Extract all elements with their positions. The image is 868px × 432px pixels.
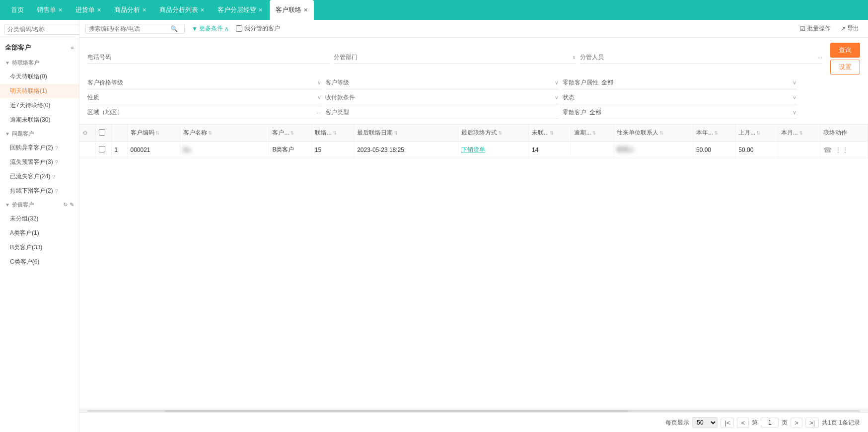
- dept-field[interactable]: 分管部门 ∨: [334, 53, 576, 64]
- region-field[interactable]: 区域（地区） ···: [87, 108, 321, 119]
- sort-type: ⇅: [290, 130, 294, 136]
- nav-contact-close[interactable]: ✕: [303, 7, 308, 13]
- my-customers-checkbox[interactable]: 我分管的客户: [236, 24, 280, 33]
- th-this-month: 本月...⇅: [778, 125, 820, 142]
- customer-level-field[interactable]: 客户等级 ∨: [325, 78, 559, 89]
- horizontal-scrollbar[interactable]: [79, 409, 868, 413]
- search-input[interactable]: [89, 25, 168, 32]
- nav-sales[interactable]: 销售单 ✕: [31, 0, 69, 20]
- select-all-checkbox[interactable]: [99, 129, 105, 136]
- sidebar-item-overdue[interactable]: 逾期未联络(30): [0, 113, 79, 127]
- sidebar-item-today[interactable]: 今天待联络(0): [0, 70, 79, 84]
- sidebar-item-a-class[interactable]: A类客户(1): [0, 226, 79, 240]
- nav-product-list-close[interactable]: ✕: [200, 7, 205, 13]
- export-btn[interactable]: ↗ 导出: [838, 23, 862, 34]
- sidebar-item-churn-warn[interactable]: 流失预警客户(3) ?: [0, 155, 79, 169]
- contact-action-icon[interactable]: ☎: [823, 146, 832, 154]
- manager-more[interactable]: ···: [818, 55, 822, 61]
- row-checkbox[interactable]: [99, 146, 105, 152]
- per-page-select[interactable]: 50 100 200: [692, 417, 718, 428]
- edit-value-icon[interactable]: ✎: [70, 202, 74, 208]
- price-level-field[interactable]: 客户价格等级 ∨: [87, 78, 321, 89]
- sidebar-search-input[interactable]: [4, 24, 79, 35]
- sidebar-item-tomorrow[interactable]: 明天待联络(1): [0, 84, 79, 98]
- main-layout: 🔍 全部客户 « ▼ 待联络客户 今天待联络(0) 明天待联络(1) 近7天待联…: [0, 20, 868, 432]
- right-actions: ☑ 批量操作 ↗ 导出: [797, 23, 862, 34]
- retail-attr-field[interactable]: 零散客户属性 全部 ∨: [563, 78, 796, 89]
- export-icon: ↗: [841, 25, 846, 32]
- manager-field[interactable]: 分管人员 ···: [580, 53, 822, 64]
- sidebar-item-declining[interactable]: 持续下滑客户(2) ?: [0, 184, 79, 198]
- prev-page-btn[interactable]: <: [737, 418, 749, 428]
- all-customers-label: 全部客户: [5, 43, 31, 52]
- page-input[interactable]: [761, 418, 779, 428]
- sidebar-item-ungrouped[interactable]: 未分组(32): [0, 212, 79, 226]
- nav-purchase-close[interactable]: ✕: [97, 7, 101, 13]
- query-button[interactable]: 查询: [830, 43, 860, 58]
- td-name: Ea: [180, 142, 269, 158]
- nav-product-list[interactable]: 商品分析列表 ✕: [153, 0, 211, 20]
- next-page-btn[interactable]: >: [791, 418, 802, 428]
- status-field[interactable]: 状态 ∨: [563, 93, 796, 104]
- payment-field[interactable]: 收付款条件 ∨: [325, 93, 559, 104]
- status-arrow: ∨: [793, 94, 796, 101]
- batch-action-btn[interactable]: ☑ 批量操作: [797, 23, 834, 34]
- sidebar-item-abnormal[interactable]: 回购异常客户(2) ?: [0, 141, 79, 155]
- price-arrow: ∨: [317, 79, 321, 86]
- table-header-row: ⚙ 客户编码⇅ 客户名称⇅ 客户...⇅: [79, 125, 868, 142]
- value-group-label: ▼ 价值客户 ↻ ✎: [0, 198, 79, 212]
- td-not-contacted: 14: [529, 142, 571, 158]
- nav-product-close[interactable]: ✕: [142, 7, 146, 13]
- nav-product-analysis[interactable]: 商品分析 ✕: [108, 0, 152, 20]
- level-arrow: ∨: [555, 79, 559, 86]
- sidebar-item-b-class[interactable]: B类客户(33): [0, 240, 79, 255]
- scroll-track: [87, 410, 860, 412]
- unit-contact-blurred: 联系人: [617, 146, 635, 153]
- gear-icon[interactable]: ⚙: [82, 130, 88, 137]
- scroll-thumb[interactable]: [165, 410, 629, 412]
- sort-unit: ⇅: [659, 130, 663, 136]
- more-conditions-btn[interactable]: ▼ 更多条件 ∧: [189, 23, 232, 34]
- pending-group: ▼ 待联络客户 今天待联络(0) 明天待联络(1) 近7天待联络(0) 逾期未联…: [0, 56, 79, 127]
- nav-purchase[interactable]: 进货单 ✕: [70, 0, 107, 20]
- pending-group-label: ▼ 待联络客户: [0, 56, 79, 70]
- nav-customer-segment[interactable]: 客户分层经营 ✕: [212, 0, 269, 20]
- help-icon-1: ?: [55, 145, 58, 151]
- batch-icon: ☑: [800, 25, 805, 32]
- sidebar-all-customers: 全部客户 «: [0, 39, 79, 56]
- sidebar-item-c-class[interactable]: C类客户(6): [0, 255, 79, 269]
- set-button[interactable]: 设置: [830, 60, 860, 74]
- problem-group: ▼ 问题客户 回购异常客户(2) ? 流失预警客户(3) ? 已流失客户(24)…: [0, 127, 79, 198]
- advanced-filter: 电话号码 分管部门 ∨ 分管人员 ··· 查询 设置: [79, 38, 868, 125]
- customer-type-field[interactable]: 客户类型: [325, 108, 559, 119]
- sort-date: ⇅: [394, 130, 398, 136]
- th-last-month: 上月...⇅: [735, 125, 778, 142]
- more-action-icon[interactable]: ⋮⋮: [835, 146, 849, 154]
- nav-home[interactable]: 首页: [5, 0, 30, 20]
- nav-customer-contact[interactable]: 客户联络 ✕: [270, 0, 314, 20]
- search-icon[interactable]: 🔍: [170, 25, 178, 32]
- refresh-icon[interactable]: ↻: [63, 202, 68, 208]
- region-more[interactable]: ···: [317, 110, 321, 116]
- help-icon-3: ?: [52, 174, 55, 180]
- last-page-btn[interactable]: >|: [805, 418, 819, 428]
- problem-group-label: ▼ 问题客户: [0, 127, 79, 141]
- my-customers-check[interactable]: [236, 25, 242, 32]
- gender-field[interactable]: 性质 ∨: [87, 93, 321, 104]
- last-way-link[interactable]: 下销货单: [461, 146, 485, 153]
- td-this-year: 50.00: [693, 142, 735, 158]
- sidebar-item-7days[interactable]: 近7天待联络(0): [0, 98, 79, 113]
- sidebar-item-churned[interactable]: 已流失客户(24) ?: [0, 169, 79, 184]
- retail-customer-field[interactable]: 零散客户 全部 ∨: [563, 108, 796, 119]
- filter-row-4: 区域（地区） ··· 客户类型 零散客户 全部 ∨: [87, 108, 860, 119]
- nav-sales-close[interactable]: ✕: [58, 7, 63, 13]
- th-gear[interactable]: ⚙: [79, 125, 95, 142]
- nav-segment-close[interactable]: ✕: [258, 7, 263, 13]
- td-contact: 15: [311, 142, 354, 158]
- filter-row-2: 客户价格等级 ∨ 客户等级 ∨ 零散客户属性 全部 ∨: [87, 78, 860, 89]
- phone-input[interactable]: [114, 54, 330, 61]
- problem-arrow: ▼: [5, 131, 10, 137]
- first-page-btn[interactable]: |<: [721, 418, 734, 428]
- filter-buttons: 查询 设置: [830, 43, 860, 74]
- all-customers-header[interactable]: 全部客户 «: [0, 39, 79, 56]
